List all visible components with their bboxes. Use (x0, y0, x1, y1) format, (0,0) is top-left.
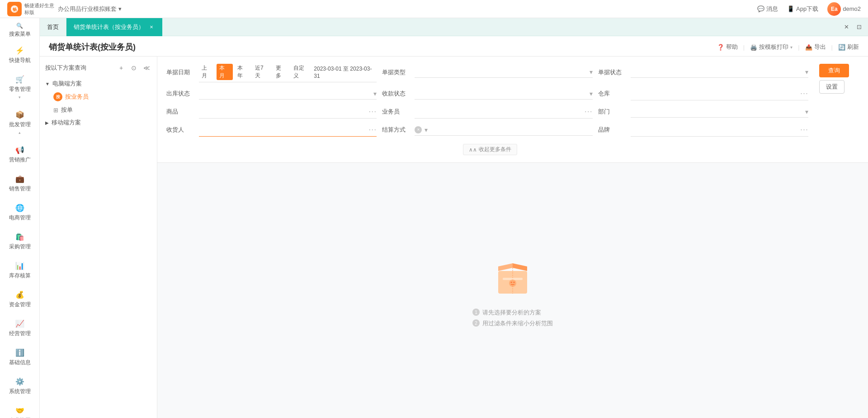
department-chevron (805, 108, 808, 115)
collapse-conditions-btn[interactable]: ∧∧ 收起更多条件 (463, 144, 517, 155)
filter-col-brand: 品牌 (598, 123, 814, 137)
date-tab-last-month[interactable]: 上月 (199, 64, 215, 80)
message-btn[interactable]: 💬 消息 (757, 5, 778, 13)
payment-chevron (590, 90, 593, 97)
print-icon: 🖨️ (750, 44, 757, 51)
sidebar-item-inventory[interactable]: 📊 库存核算 (0, 256, 39, 285)
collapse-panel-btn[interactable]: ≪ (142, 63, 151, 73)
svg-text:畅: 畅 (13, 7, 17, 12)
tab-active[interactable]: 销货单统计表（按业务员） × (66, 18, 162, 36)
search-icon: 🔍 (16, 23, 23, 29)
sidebar-item-finance[interactable]: 💰 资金管理 (0, 285, 39, 314)
sidebar-item-basic[interactable]: ℹ️ 基础信息 (0, 343, 39, 372)
filter-fields-area: 单据日期 上月 本月 本年 近7天 更多 (166, 62, 814, 157)
add-scheme-btn[interactable]: + (116, 63, 126, 73)
filter-col-settlement: 结算方式 × (382, 124, 598, 136)
doctype-input[interactable] (415, 66, 592, 78)
sidebar-item-purchase[interactable]: 🛍️ 采购管理 (0, 227, 39, 256)
settlement-input[interactable]: × (415, 124, 592, 136)
empty-num-2: 2 (472, 319, 480, 327)
print-btn[interactable]: 🖨️ 按模板打印 ▾ (750, 43, 793, 51)
tab-home[interactable]: 首页 (40, 18, 66, 36)
sidebar-item-retail[interactable]: 🛒 零售管理 ▾ (0, 70, 39, 105)
top-bar: 畅 畅捷通好生意 标版 办公用品行业模拟账套 ▾ 💬 消息 📱 App下载 (0, 0, 868, 18)
help-btn[interactable]: ❓ 帮助 (717, 43, 738, 51)
brand-input[interactable] (631, 123, 808, 137)
filter-col-department: 部门 (598, 106, 814, 118)
salesperson-icon: 按 (53, 92, 62, 101)
collapse-btn-area: ∧∧ 收起更多条件 (166, 141, 814, 157)
tab-bar: 首页 销货单统计表（按业务员） × ✕ ⊡ (40, 18, 868, 36)
tab-close-btn[interactable]: × (148, 24, 155, 31)
payment-input[interactable] (415, 88, 592, 100)
date-input-area[interactable]: 上月 本月 本年 近7天 更多 自定义 2023-03-01 至 20 (199, 62, 377, 82)
tab-close-all-btn[interactable]: ✕ (841, 22, 852, 33)
page-title: 销货单统计表(按业务员) (49, 42, 136, 52)
tree-parent-label: 电脑端方案 (52, 80, 82, 88)
filter-row-2: 出库状态 收款状态 (166, 87, 814, 100)
sidebar-item-system[interactable]: ⚙️ 系统管理 (0, 372, 39, 401)
export-icon: 📤 (805, 44, 812, 51)
breadcrumb[interactable]: 办公用品行业模拟账套 ▾ (58, 5, 122, 13)
export-label: 导出 (814, 43, 826, 51)
tree-child-salesperson-label: 按业务员 (65, 93, 89, 101)
date-tab-custom[interactable]: 自定义 (291, 64, 312, 80)
tab-restore-btn[interactable]: ⊡ (854, 22, 864, 33)
empty-text-1: 请先选择要分析的方案 (482, 309, 541, 317)
operations-icon: 📈 (15, 319, 24, 328)
settlement-clear-btn[interactable]: × (415, 126, 422, 133)
date-tab-this-year[interactable]: 本年 (235, 64, 250, 80)
receiver-dots (368, 125, 377, 134)
sidebar-item-sales[interactable]: 💼 销售管理 (0, 169, 39, 198)
sidebar-item-operations[interactable]: 📈 经营管理 (0, 314, 39, 343)
filter-row-4: 收货人 结算方式 × (166, 123, 814, 137)
tree-child-by-order[interactable]: ⊞ 按单 (40, 104, 157, 116)
search-label: 搜索菜单 (9, 30, 31, 38)
tree-child-by-salesperson[interactable]: 按 按业务员 (40, 90, 157, 104)
docstatus-label: 单据状态 (598, 68, 625, 76)
sales-icon: 💼 (15, 175, 24, 183)
sidebar-item-ecommerce[interactable]: 🌐 电商管理 (0, 198, 39, 227)
salesperson-input[interactable] (415, 105, 592, 119)
goods-input[interactable] (199, 105, 377, 119)
filter-col-stock: 出库状态 (166, 88, 382, 100)
query-btn[interactable]: 查询 (819, 64, 849, 77)
tree-parent-mobile[interactable]: ▶ 移动端方案 (40, 116, 157, 129)
app-download-btn[interactable]: 📱 App下载 (787, 5, 818, 13)
edit-scheme-btn[interactable]: ⊙ (129, 63, 139, 73)
receiver-label: 收货人 (166, 126, 193, 134)
page-header: 销货单统计表(按业务员) ❓ 帮助 | 🖨️ 按模板打印 ▾ | 📤 (40, 36, 868, 57)
chevron-down-icon: ▾ (19, 95, 21, 100)
date-tab-more[interactable]: 更多 (273, 64, 289, 80)
sidebar-item-marketing[interactable]: 📢 营销推广 (0, 140, 39, 169)
tree-child-order-label: 按单 (61, 106, 73, 114)
restore-icon: ⊡ (857, 24, 862, 30)
filter-row-3: 商品 业务员 (166, 105, 814, 119)
message-icon: 💬 (757, 5, 764, 12)
user-name: demo2 (843, 5, 861, 12)
sidebar-item-search[interactable]: 🔍 搜索菜单 (0, 18, 39, 41)
refresh-btn[interactable]: 🔄 刷新 (838, 43, 859, 51)
tab-bar-actions: ✕ ⊡ (841, 22, 868, 33)
tree-parent-desktop[interactable]: ▼ 电脑端方案 (40, 77, 157, 90)
basic-icon: ℹ️ (15, 348, 24, 357)
date-tab-7days[interactable]: 近7天 (252, 64, 271, 80)
sidebar-item-wholesale[interactable]: 📦 批发管理 ▴ (0, 105, 39, 140)
settings-btn[interactable]: 设置 (819, 80, 844, 94)
sidebar-item-quick-nav[interactable]: ⚡ 快捷导航 (0, 41, 39, 70)
date-tabs: 上月 本月 本年 近7天 更多 自定义 (199, 64, 312, 80)
body-split: 按以下方案查询 + ⊙ ≪ (40, 57, 868, 418)
warehouse-input[interactable] (631, 87, 808, 100)
sidebar-item-cooperation[interactable]: 🤝 企业协同 (0, 401, 39, 418)
logo-icon: 畅 (7, 2, 22, 16)
user-info[interactable]: Ea demo2 (827, 2, 861, 16)
date-tab-this-month[interactable]: 本月 (217, 64, 232, 80)
tab-active-label: 销货单统计表（按业务员） (74, 23, 144, 31)
docstatus-input[interactable] (631, 66, 808, 78)
export-btn[interactable]: 📤 导出 (805, 43, 826, 51)
filter-col-docstatus: 单据状态 (598, 66, 814, 78)
stock-input[interactable] (199, 88, 377, 100)
receiver-input[interactable] (199, 123, 377, 137)
filter-rows-wrapper: 单据日期 上月 本月 本年 近7天 更多 (166, 62, 859, 157)
department-input[interactable] (631, 106, 808, 118)
